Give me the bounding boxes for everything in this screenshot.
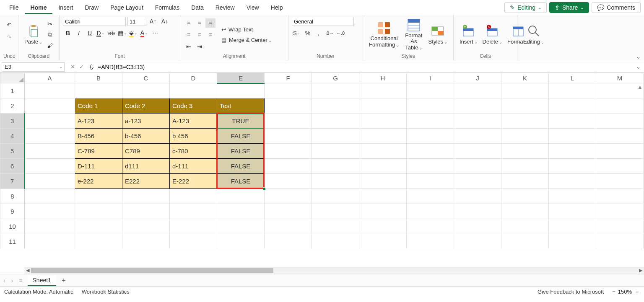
cell-G6[interactable] (312, 159, 359, 174)
row-header-7[interactable]: 7 (0, 174, 25, 189)
cell-M5[interactable] (596, 144, 644, 159)
font-color-button[interactable]: A (139, 28, 149, 38)
cell-I6[interactable] (407, 159, 454, 174)
menu-review[interactable]: Review (210, 1, 241, 14)
strikethrough-button[interactable]: ab (106, 28, 117, 38)
decrease-font-button[interactable]: A↓ (160, 17, 170, 26)
column-header-M[interactable]: M (596, 73, 644, 83)
cancel-formula-button[interactable]: ✕ (70, 64, 75, 70)
cell-M6[interactable] (596, 159, 644, 174)
editing-group-button[interactable]: Editing (521, 24, 547, 45)
row-header-10[interactable]: 10 (0, 219, 25, 234)
align-right-button[interactable]: ≡ (205, 30, 216, 39)
cell-M1[interactable] (596, 83, 644, 98)
scrollbar-thumb[interactable] (31, 268, 273, 273)
menu-draw[interactable]: Draw (79, 1, 104, 14)
cell-I3[interactable] (407, 114, 454, 129)
cell-D11[interactable] (170, 234, 217, 249)
cell-J3[interactable] (454, 114, 501, 129)
format-as-table-button[interactable]: Format As Table (402, 18, 426, 51)
align-top-button[interactable]: ≡ (184, 18, 194, 28)
cell-H2[interactable] (359, 98, 407, 114)
increase-font-button[interactable]: A↑ (148, 17, 158, 26)
cell-E7[interactable]: FALSE (217, 174, 265, 189)
decrease-indent-button[interactable]: ⇤ (184, 42, 194, 51)
row-header-2[interactable]: 2 (0, 98, 25, 114)
cell-C11[interactable] (122, 234, 170, 249)
underline-button[interactable]: U (85, 28, 95, 38)
column-header-A[interactable]: A (25, 73, 75, 83)
tab-nav-prev[interactable]: ‹ (3, 277, 6, 284)
cell-A3[interactable] (25, 114, 75, 129)
cell-H8[interactable] (359, 189, 407, 204)
cell-G8[interactable] (312, 189, 359, 204)
scroll-right-button[interactable]: ▶ (637, 268, 644, 273)
cell-B8[interactable] (75, 189, 122, 204)
cell-K8[interactable] (501, 189, 549, 204)
cell-G5[interactable] (312, 144, 359, 159)
cell-styles-button[interactable]: Styles (426, 24, 450, 45)
cell-H7[interactable] (359, 174, 407, 189)
cell-L3[interactable] (549, 114, 596, 129)
cell-C10[interactable] (122, 219, 170, 234)
row-header-11[interactable]: 11 (0, 234, 25, 249)
cell-G4[interactable] (312, 129, 359, 144)
cell-C3[interactable]: a-123 (122, 114, 170, 129)
font-name-combo[interactable] (63, 17, 126, 26)
column-header-C[interactable]: C (122, 73, 170, 83)
cell-I7[interactable] (407, 174, 454, 189)
accept-formula-button[interactable]: ✓ (79, 64, 84, 70)
menu-view[interactable]: View (241, 1, 265, 14)
insert-cells-button[interactable]: + Insert (457, 24, 480, 45)
feedback-link[interactable]: Give Feedback to Microsoft (538, 289, 604, 295)
cell-D10[interactable] (170, 219, 217, 234)
zoom-level[interactable]: 150% (618, 289, 632, 295)
cell-L1[interactable] (549, 83, 596, 98)
cell-B4[interactable]: B-456 (75, 129, 122, 144)
cell-J8[interactable] (454, 189, 501, 204)
cell-G1[interactable] (312, 83, 359, 98)
cell-D2[interactable]: Code 3 (170, 98, 217, 114)
cell-F5[interactable] (265, 144, 312, 159)
cell-I4[interactable] (407, 129, 454, 144)
cell-I9[interactable] (407, 204, 454, 219)
cell-E11[interactable] (217, 234, 265, 249)
cell-L5[interactable] (549, 144, 596, 159)
cell-A8[interactable] (25, 189, 75, 204)
cell-H11[interactable] (359, 234, 407, 249)
cell-B6[interactable]: D-111 (75, 159, 122, 174)
cell-J6[interactable] (454, 159, 501, 174)
cell-K4[interactable] (501, 129, 549, 144)
cell-M9[interactable] (596, 204, 644, 219)
align-center-button[interactable]: ≡ (195, 30, 205, 39)
cell-J9[interactable] (454, 204, 501, 219)
cell-C9[interactable] (122, 204, 170, 219)
cell-H5[interactable] (359, 144, 407, 159)
row-header-9[interactable]: 9 (0, 204, 25, 219)
cell-M4[interactable] (596, 129, 644, 144)
currency-button[interactable]: $ (292, 28, 302, 38)
merge-center-button[interactable]: ▤ Merge & Center (221, 37, 272, 43)
cell-I1[interactable] (407, 83, 454, 98)
cell-G10[interactable] (312, 219, 359, 234)
column-header-E[interactable]: E (217, 73, 265, 83)
cell-C6[interactable]: d111 (122, 159, 170, 174)
menu-insert[interactable]: Insert (52, 1, 79, 14)
column-header-D[interactable]: D (170, 73, 217, 83)
cell-B5[interactable]: C-789 (75, 144, 122, 159)
cell-C7[interactable]: E222 (122, 174, 170, 189)
cell-F3[interactable] (265, 114, 312, 129)
fx-icon[interactable]: fx (90, 63, 98, 71)
decrease-decimal-button[interactable]: ←.0 (335, 28, 345, 38)
cell-B9[interactable] (75, 204, 122, 219)
cell-H6[interactable] (359, 159, 407, 174)
cell-L4[interactable] (549, 129, 596, 144)
cell-C8[interactable] (122, 189, 170, 204)
column-header-H[interactable]: H (359, 73, 407, 83)
cell-L8[interactable] (549, 189, 596, 204)
fill-color-button[interactable]: ⬙ (128, 28, 138, 38)
cell-D8[interactable] (170, 189, 217, 204)
cell-L7[interactable] (549, 174, 596, 189)
cell-A6[interactable] (25, 159, 75, 174)
cell-E4[interactable]: FALSE (217, 129, 265, 144)
